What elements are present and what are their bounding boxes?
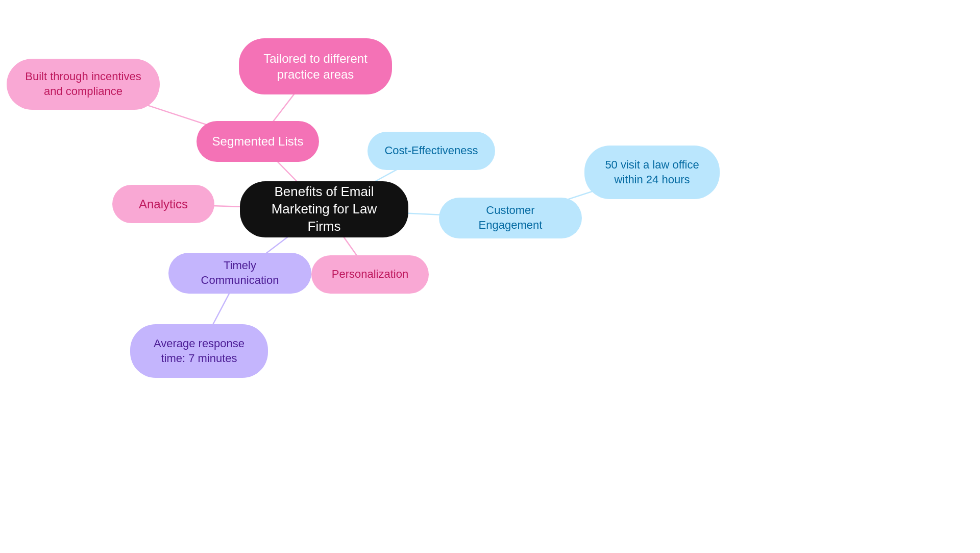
node-customer-label: Customer Engagement [454, 203, 567, 232]
node-built-label: Built through incentives and compliance [22, 69, 144, 99]
node-segmented[interactable]: Segmented Lists [197, 121, 319, 162]
node-cost-label: Cost-Effectiveness [384, 143, 478, 158]
node-timely-label: Timely Communication [184, 258, 296, 287]
node-center-label: Benefits of Email Marketing for Law Firm… [255, 183, 393, 235]
node-built[interactable]: Built through incentives and compliance [7, 59, 160, 110]
node-personalization-label: Personalization [332, 267, 408, 282]
node-center[interactable]: Benefits of Email Marketing for Law Firm… [240, 181, 408, 237]
node-avg-response-label: Average response time: 7 minutes [145, 336, 253, 366]
node-cost[interactable]: Cost-Effectiveness [368, 132, 495, 170]
node-analytics[interactable]: Analytics [112, 185, 214, 223]
node-personalization[interactable]: Personalization [311, 255, 429, 294]
node-analytics-label: Analytics [139, 196, 188, 212]
node-timely[interactable]: Timely Communication [168, 253, 311, 294]
node-tailored-label: Tailored to different practice areas [254, 51, 377, 82]
node-50visit-label: 50 visit a law office within 24 hours [600, 158, 704, 187]
node-tailored[interactable]: Tailored to different practice areas [239, 38, 392, 94]
node-50visit[interactable]: 50 visit a law office within 24 hours [584, 146, 720, 199]
node-customer[interactable]: Customer Engagement [439, 198, 582, 238]
node-segmented-label: Segmented Lists [212, 133, 304, 149]
node-avg-response[interactable]: Average response time: 7 minutes [130, 324, 268, 378]
